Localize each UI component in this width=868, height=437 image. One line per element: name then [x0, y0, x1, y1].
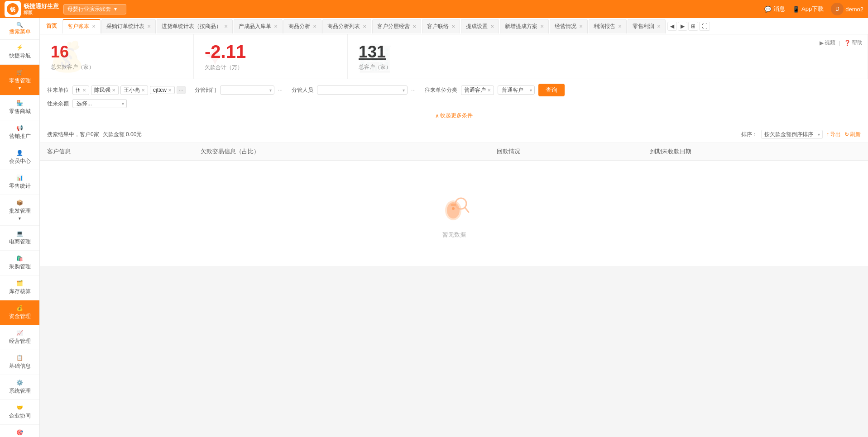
tab-close-retail-profit[interactable]: ✕ [657, 24, 661, 29]
unit-tag-close-2[interactable]: ✕ [141, 88, 145, 93]
tab-close-product-analysis[interactable]: ✕ [313, 24, 317, 29]
operations-icon: 📈 [16, 330, 23, 336]
unit-tag-close-3[interactable]: ✕ [168, 88, 172, 93]
dept-select[interactable] [220, 86, 274, 95]
tab-inbound-stats[interactable]: 进货单统计表（按商品） ✕ [157, 19, 233, 33]
tab-customer-contact[interactable]: 客户联络 ✕ [422, 19, 460, 33]
sidebar-item-retail[interactable]: 🛒 零售管理 ▼ [0, 65, 39, 95]
tab-close-commission[interactable]: ✕ [490, 24, 494, 29]
sidebar-item-purchase[interactable]: 🛍️ 采购管理 [0, 251, 39, 276]
app-layout: 畅 畅捷通好生意 标版 母婴行业演示账套 ▾ 💬 消息 📱 App下载 D [0, 0, 868, 437]
unit-filter-label: 往来单位 [47, 86, 69, 94]
tab-retail-profit[interactable]: 零售利润 ✕ [628, 19, 666, 33]
video-help-button[interactable]: ▶ 视频 [820, 39, 835, 47]
person-filter-label: 分管人员 [292, 86, 313, 94]
unit-tag-close-1[interactable]: ✕ [112, 88, 115, 93]
tab-product-analysis[interactable]: 商品分析 ✕ [283, 19, 321, 33]
app-download-button[interactable]: 📱 App下载 [792, 5, 824, 13]
sidebar-item-retail-mall[interactable]: 🏪 零售商城 [0, 95, 39, 120]
person-more-btn[interactable]: ··· [411, 87, 416, 93]
tab-close-inbound[interactable]: ✕ [224, 24, 228, 29]
tab-product-inbound[interactable]: 产成品入库单 ✕ [234, 19, 283, 33]
tab-customer-layer[interactable]: 客户分层经营 ✕ [372, 19, 421, 33]
tab-nav-more[interactable]: ⊞ [688, 22, 698, 31]
tab-customer-ledger[interactable]: 客户账本 ✕ [62, 19, 101, 33]
unit-tags-more[interactable]: ··· [177, 86, 186, 94]
sidebar-item-retail-stats[interactable]: 📊 零售统计 [0, 170, 39, 195]
purchase-label: 采购管理 [9, 263, 31, 271]
wholesale-arrow-icon: ▼ [18, 216, 22, 221]
person-select[interactable] [317, 86, 408, 95]
tab-close-operations[interactable]: ✕ [579, 24, 583, 29]
query-button[interactable]: 查询 [538, 84, 565, 96]
help-icon: ❓ [844, 40, 851, 46]
tab-close-profit[interactable]: ✕ [618, 24, 622, 29]
top-bar-right: 💬 消息 📱 App下载 D demo2 [764, 3, 863, 15]
result-text: 搜索结果中，客户0家 [47, 131, 99, 138]
collapse-button[interactable]: ∧ 收起更多条件 [435, 112, 473, 119]
balance-select[interactable]: 选择... [72, 99, 127, 108]
sidebar-item-system[interactable]: ⚙️ 系统管理 [0, 375, 39, 400]
th-customer-info: 客户信息 [40, 143, 193, 161]
tab-nav-right[interactable]: ▶ [678, 22, 687, 31]
tab-close-customer-ledger[interactable]: ✕ [92, 24, 96, 29]
sidebar-item-member[interactable]: 👤 会员中心 [0, 145, 39, 170]
finance-label: 资金管理 [9, 313, 31, 320]
collab-icon: 🤝 [16, 404, 23, 411]
tab-commission-settings[interactable]: 提成设置 ✕ [461, 19, 499, 33]
tab-profit-report[interactable]: 利润报告 ✕ [589, 19, 627, 33]
message-icon: 💬 [764, 6, 772, 13]
dept-more-btn[interactable]: ··· [278, 87, 283, 93]
sidebar-item-finance[interactable]: 💰 资金管理 [0, 300, 39, 325]
tab-close-product-inbound[interactable]: ✕ [274, 24, 278, 29]
chevron-up-icon: ∧ [435, 113, 439, 119]
category-tag-close-0[interactable]: ✕ [487, 88, 491, 93]
tab-purchase-order-stats[interactable]: 采购订单统计表 ✕ [101, 19, 156, 33]
empty-state: 暂无数据 [40, 161, 868, 266]
export-button[interactable]: ↑ 导出 [826, 131, 841, 138]
tab-close-product-analysis-list[interactable]: ✕ [363, 24, 366, 29]
retail-stats-label: 零售统计 [9, 182, 31, 190]
filter-row-2: 往来余额 选择... [47, 99, 861, 108]
retail-stats-icon: 📊 [16, 175, 23, 181]
page-wrapper: 💰 16 总欠款客户（家） ✦ -2.11 欠款合计（万） 🏢 [40, 34, 868, 266]
tab-product-analysis-list[interactable]: 商品分析列表 ✕ [322, 19, 371, 33]
sort-select[interactable]: 按欠款金额倒序排序 [761, 130, 823, 139]
th-overdue-date: 到期未收款日期 [643, 143, 868, 161]
tab-fullscreen[interactable]: ⛶ [699, 22, 710, 31]
tab-close-purchase-order[interactable]: ✕ [147, 24, 151, 29]
sidebar-item-basic-info[interactable]: 📋 基础信息 [0, 350, 39, 375]
tab-nav-left[interactable]: ◀ [667, 22, 677, 31]
message-button[interactable]: 💬 消息 [764, 5, 785, 13]
refresh-button[interactable]: ↻ 刷新 [844, 131, 861, 138]
tab-bar: 首页 客户账本 ✕ 采购订单统计表 ✕ 进货单统计表（按商品） ✕ 产成品入库单… [40, 18, 868, 34]
retail-label: 零售管理 [9, 77, 31, 85]
main-content: 💰 16 总欠款客户（家） ✦ -2.11 欠款合计（万） 🏢 [40, 34, 868, 437]
sidebar-item-quick-nav[interactable]: ⚡ 快捷导航 [0, 40, 39, 65]
tab-new-commission[interactable]: 新增提成方案 ✕ [500, 19, 549, 33]
account-dropdown[interactable]: 母婴行业演示账套 ▾ [63, 4, 126, 14]
refresh-icon: ↻ [844, 131, 849, 138]
tab-home[interactable]: 首页 [42, 19, 62, 33]
sidebar-item-ecommerce[interactable]: 💻 电商管理 [0, 226, 39, 251]
user-menu[interactable]: D demo2 [831, 3, 863, 15]
sidebar-item-inventory[interactable]: 🗂️ 库存核算 [0, 276, 39, 300]
sidebar-item-collab[interactable]: 🤝 企业协同 [0, 400, 39, 425]
tab-close-new-commission[interactable]: ✕ [540, 24, 544, 29]
stats-row: 💰 16 总欠款客户（家） ✦ -2.11 欠款合计（万） 🏢 [40, 34, 868, 79]
tab-close-customer-layer[interactable]: ✕ [412, 24, 416, 29]
content-area: 首页 客户账本 ✕ 采购订单统计表 ✕ 进货单统计表（按商品） ✕ 产成品入库单… [40, 18, 868, 437]
tab-operations[interactable]: 经营情况 ✕ [550, 19, 588, 33]
result-bar-right: 排序： 按欠款金额倒序排序 ↑ 导出 ↻ [741, 130, 861, 139]
help-button[interactable]: ❓ 帮助 [844, 39, 863, 47]
sidebar-item-guide[interactable]: 🎯 新手引导 [0, 425, 39, 437]
category-select[interactable]: 普通客户 [498, 86, 535, 95]
sidebar-item-wholesale[interactable]: 📦 批发管理 ▼ [0, 195, 39, 226]
unit-tag-close-0[interactable]: ✕ [82, 88, 86, 93]
search-menu[interactable]: 🔍 搜索菜单 [0, 18, 39, 40]
sidebar-item-operations[interactable]: 📈 经营管理 [0, 325, 39, 350]
tab-close-customer-contact[interactable]: ✕ [451, 24, 455, 29]
ecommerce-label: 电商管理 [9, 238, 31, 246]
debt-text: 欠款金额 0.00元 [103, 131, 142, 138]
sidebar-item-marketing[interactable]: 📢 营销推广 [0, 120, 39, 145]
